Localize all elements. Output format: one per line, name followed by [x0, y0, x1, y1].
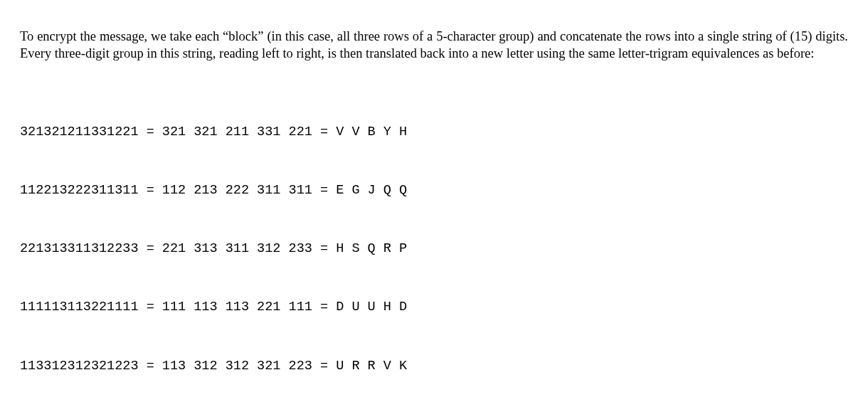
- row-group: 321: [194, 125, 217, 139]
- row-letter: R: [383, 241, 391, 256]
- row-letter: U: [351, 300, 359, 314]
- row-group: 113: [194, 300, 217, 314]
- row-group: 221: [162, 241, 186, 256]
- row-group: 112: [162, 183, 186, 198]
- row-letter: U: [336, 359, 344, 374]
- row-letter: H: [383, 300, 391, 314]
- row-letter: V: [351, 125, 359, 139]
- derivation-row: 221313311312233 = 221 313 311 312 233 = …: [20, 239, 848, 258]
- row-full: 112213222311311: [20, 183, 139, 198]
- row-full: 321321211331221: [20, 125, 139, 139]
- row-letter: E: [336, 183, 344, 198]
- row-group: 111: [289, 300, 312, 314]
- row-letter: R: [351, 359, 359, 374]
- derivation-row: 113312312321223 = 113 312 312 321 223 = …: [20, 356, 848, 376]
- row-letter: H: [399, 125, 407, 139]
- row-letter: B: [368, 125, 376, 139]
- row-group: 321: [257, 359, 280, 374]
- row-letter: P: [399, 241, 407, 256]
- page-root: To encrypt the message, we take each “bl…: [0, 0, 868, 407]
- derivation-row: 112213222311311 = 112 213 222 311 311 = …: [20, 181, 848, 200]
- row-letter: K: [399, 359, 407, 374]
- row-full: 111113113221111: [20, 300, 139, 314]
- row-letter: U: [368, 300, 376, 314]
- row-group: 233: [289, 241, 312, 256]
- row-letter: V: [383, 359, 391, 374]
- row-letter: R: [368, 359, 376, 374]
- row-letter: D: [336, 300, 344, 314]
- row-letter: J: [368, 183, 376, 198]
- row-letter: D: [399, 300, 407, 314]
- row-letter: Q: [383, 183, 391, 198]
- row-group: 222: [226, 183, 249, 198]
- row-group: 313: [194, 241, 217, 256]
- row-full: 221313311312233: [20, 241, 139, 256]
- row-letter: V: [336, 125, 344, 139]
- row-group: 312: [257, 241, 280, 256]
- row-letter: H: [336, 241, 344, 256]
- row-group: 331: [257, 125, 280, 139]
- row-group: 321: [162, 125, 186, 139]
- row-letter: G: [351, 183, 359, 198]
- derivation-row: 321321211331221 = 321 321 211 331 221 = …: [20, 122, 848, 142]
- derivation-row: 111113113221111 = 111 113 113 221 111 = …: [20, 297, 848, 317]
- row-group: 223: [289, 359, 312, 374]
- row-group: 311: [257, 183, 280, 198]
- row-group: 211: [226, 125, 249, 139]
- row-letter: Y: [383, 125, 391, 139]
- row-group: 213: [194, 183, 217, 198]
- row-group: 311: [289, 183, 312, 198]
- intro-paragraph: To encrypt the message, we take each “bl…: [20, 28, 848, 63]
- row-group: 113: [162, 359, 186, 374]
- derivation-block: 321321211331221 = 321 321 211 331 221 = …: [20, 83, 848, 407]
- row-group: 221: [289, 125, 312, 139]
- row-full: 113312312321223: [20, 359, 139, 374]
- row-letter: S: [351, 241, 359, 256]
- row-group: 111: [162, 300, 186, 314]
- row-letter: Q: [399, 183, 407, 198]
- row-group: 221: [257, 300, 280, 314]
- row-group: 311: [226, 241, 249, 256]
- row-letter: Q: [368, 241, 376, 256]
- row-group: 312: [194, 359, 217, 374]
- row-group: 113: [226, 300, 249, 314]
- row-group: 312: [226, 359, 249, 374]
